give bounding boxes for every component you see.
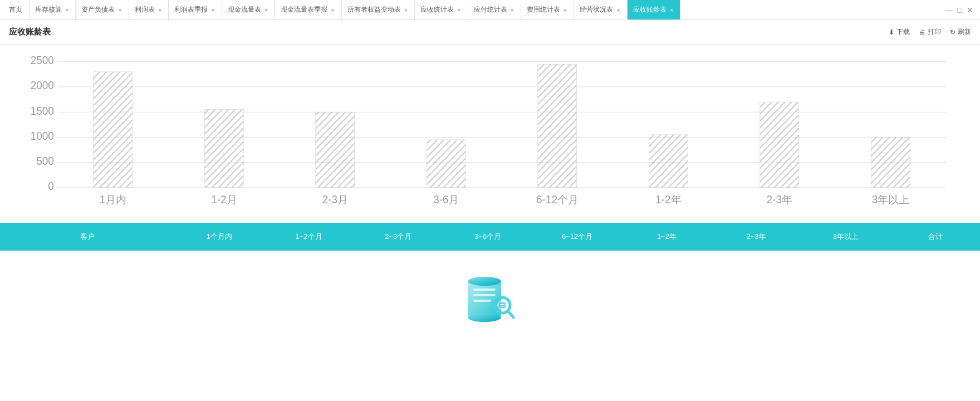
tab-operation-status[interactable]: 经营状况表× (574, 0, 627, 20)
th-0: 客户 (0, 232, 174, 242)
svg-text:2000: 2000 (31, 80, 54, 91)
tab-close-equity-changes[interactable]: × (403, 7, 409, 13)
svg-text:1-2年: 1-2年 (655, 194, 681, 206)
svg-rect-46 (500, 304, 504, 305)
svg-rect-40 (473, 294, 496, 296)
svg-rect-22 (204, 110, 243, 188)
print-button[interactable]: 🖨 打印 (919, 27, 941, 37)
svg-point-38 (468, 313, 501, 322)
window-controls: — □ ✕ (945, 6, 978, 14)
tab-balance-sheet[interactable]: 资产负债表× (76, 0, 129, 20)
th-1: 1个月内 (174, 232, 264, 242)
print-icon: 🖨 (919, 28, 925, 36)
table-header: 客户1个月内1~2个月2~3个月3~6个月6~12个月1~2年2~3年3年以上合… (0, 223, 980, 251)
th-2: 1~2个月 (264, 232, 354, 242)
tab-cashflow-quarterly[interactable]: 现金流量表季报× (275, 0, 341, 20)
svg-text:3年以上: 3年以上 (872, 194, 909, 206)
page-actions: ⬇ 下载 🖨 打印 ↻ 刷新 (889, 27, 971, 37)
main-content: 050010001500200025001月内1-2月2-3月3-6月6-12个… (0, 45, 980, 401)
tab-close-expense-stats[interactable]: × (562, 7, 568, 13)
th-7: 2~3年 (712, 232, 801, 242)
svg-text:6-12个月: 6-12个月 (536, 194, 578, 206)
tab-profit-loss[interactable]: 利润表× (129, 0, 169, 20)
tab-close-cashflow[interactable]: × (263, 7, 269, 13)
chart-area: 050010001500200025001月内1-2月2-3月3-6月6-12个… (0, 45, 980, 223)
empty-icon (462, 273, 518, 323)
th-5: 6~12个月 (532, 232, 622, 242)
tab-home[interactable]: 首页 (2, 0, 30, 20)
tab-equity-changes[interactable]: 所有者权益变动表× (342, 0, 415, 20)
svg-text:3-6月: 3-6月 (433, 194, 459, 206)
tab-profit-quarterly[interactable]: 利润表季报× (169, 0, 222, 20)
th-6: 1~2年 (622, 232, 712, 242)
th-8: 3年以上 (801, 232, 891, 242)
svg-point-37 (468, 277, 501, 286)
tab-cashflow[interactable]: 现金流量表× (222, 0, 275, 20)
refresh-button[interactable]: ↻ 刷新 (950, 27, 971, 37)
svg-text:2-3月: 2-3月 (322, 194, 348, 206)
tab-receivable-stats[interactable]: 应收统计表× (415, 0, 468, 20)
tab-aging-report[interactable]: 应收账龄表× (628, 0, 680, 20)
download-button[interactable]: ⬇ 下载 (889, 27, 910, 37)
svg-text:1000: 1000 (31, 130, 54, 142)
svg-rect-20 (94, 72, 133, 188)
tab-close-cashflow-quarterly[interactable]: × (330, 7, 335, 13)
svg-rect-30 (649, 135, 688, 188)
svg-text:1500: 1500 (31, 105, 54, 116)
close-button[interactable]: ✕ (967, 6, 973, 14)
tab-inventory[interactable]: 库存核算× (30, 0, 76, 20)
page-header: 应收账龄表 ⬇ 下载 🖨 打印 ↻ 刷新 (0, 20, 980, 45)
tab-close-aging-report[interactable]: × (669, 7, 674, 13)
tab-bar: 首页 库存核算×资产负债表×利润表×利润表季报×现金流量表×现金流量表季报×所有… (0, 0, 980, 20)
svg-text:500: 500 (36, 155, 54, 167)
page-title: 应收账龄表 (9, 27, 51, 37)
tab-close-payable-stats[interactable]: × (509, 7, 515, 13)
tab-payable-stats[interactable]: 应付统计表× (468, 0, 521, 20)
svg-line-44 (508, 311, 513, 317)
svg-rect-47 (500, 306, 503, 307)
svg-text:2-3年: 2-3年 (767, 194, 792, 206)
th-4: 3~6个月 (443, 232, 533, 242)
svg-text:1-2月: 1-2月 (211, 194, 237, 206)
svg-rect-28 (538, 64, 577, 188)
svg-text:1月内: 1月内 (100, 194, 126, 206)
tab-close-profit-loss[interactable]: × (157, 7, 163, 13)
download-icon: ⬇ (889, 28, 894, 36)
minimize-button[interactable]: — (945, 6, 953, 14)
svg-rect-24 (316, 112, 355, 188)
svg-text:0: 0 (48, 180, 54, 192)
empty-state (0, 251, 980, 345)
th-3: 2~3个月 (354, 232, 443, 242)
svg-rect-39 (473, 288, 496, 291)
svg-text:2500: 2500 (31, 56, 54, 66)
bar-chart: 050010001500200025001月内1-2月2-3月3-6月6-12个… (22, 56, 958, 212)
tab-close-profit-quarterly[interactable]: × (210, 7, 215, 13)
maximize-button[interactable]: □ (958, 6, 962, 14)
tab-close-operation-status[interactable]: × (615, 7, 621, 13)
svg-rect-32 (760, 102, 799, 188)
svg-rect-45 (499, 302, 506, 308)
th-9: 合计 (890, 232, 980, 242)
tab-close-inventory[interactable]: × (64, 7, 70, 13)
tab-expense-stats[interactable]: 费用统计表× (521, 0, 574, 20)
refresh-icon: ↻ (950, 28, 955, 36)
tab-close-receivable-stats[interactable]: × (456, 7, 462, 13)
svg-rect-26 (427, 140, 465, 188)
tab-close-balance-sheet[interactable]: × (117, 7, 122, 13)
svg-rect-34 (871, 137, 910, 187)
svg-rect-41 (473, 300, 491, 302)
